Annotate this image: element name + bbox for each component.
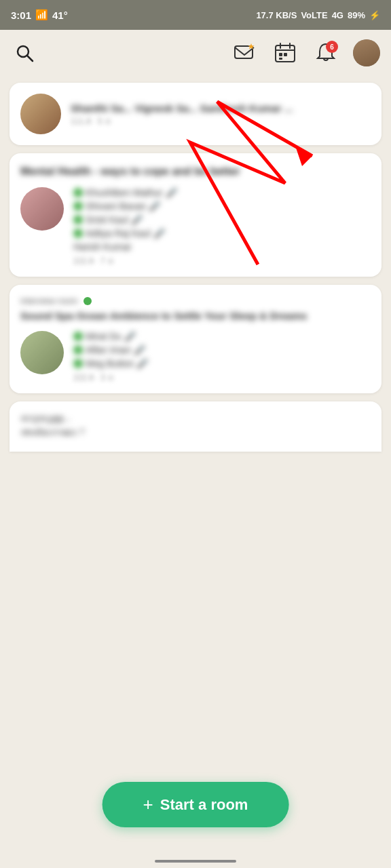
card-row: Shanthi Sa... Vignesk Sa... Santhosh Kum… <box>20 94 371 134</box>
start-room-button[interactable]: + Start a room <box>103 782 289 827</box>
status-left: 3:01 📶 41° <box>11 9 68 21</box>
profile-button[interactable] <box>353 39 380 66</box>
member-3: Sristi Kaul 🎤 <box>73 214 371 225</box>
card-interview-room[interactable]: interview room Sound Spa Ocean Ambience … <box>10 285 381 393</box>
network-display: 4G <box>332 10 343 20</box>
svg-line-1 <box>27 56 33 61</box>
card-group-chat[interactable]: Shanthi Sa... Vignesk Sa... Santhosh Kum… <box>10 83 381 145</box>
partial-line-1: ഓട്ടയുള്ള... <box>20 412 371 424</box>
mic-icon <box>73 188 83 197</box>
room-tag: interview room <box>20 296 78 306</box>
status-bar: 3:01 📶 41° 17.7 KB/S VoLTE 4G 89% ⚡ <box>0 0 391 30</box>
plus-icon: + <box>143 794 153 815</box>
svg-rect-9 <box>284 53 287 56</box>
calendar-button[interactable] <box>272 39 299 66</box>
room-meta: 222.8 · 3 ⊙ <box>73 373 371 382</box>
card-text: Shanthi Sa... Vignesk Sa... Santhosh Kum… <box>71 102 371 126</box>
time-display: 3:01 <box>11 9 31 21</box>
member-1: Khushiben Mathur 🎤 <box>73 187 371 198</box>
room-member-2: Alfan Iman 🎤 <box>73 344 371 355</box>
card-meta: 111.8 · 5 ⊙ <box>71 117 371 126</box>
mic-icon-r2 <box>73 345 83 355</box>
room-members: Mirat Du 🎤 Alfan Iman 🎤 Meg Button 🎤 222… <box>73 331 371 382</box>
home-indicator <box>155 860 236 863</box>
sim-icon: 📶 <box>35 9 48 21</box>
card-header: interview room <box>20 296 371 306</box>
room-avatar <box>20 331 64 374</box>
speaker-avatar <box>20 187 64 231</box>
member-2: Shivani Bavan 🎤 <box>73 201 371 212</box>
live-indicator <box>83 297 92 305</box>
member-4: Aditya Raj Kaul 🎤 <box>73 228 371 239</box>
temp-display: 41° <box>52 9 68 21</box>
charging-icon: ⚡ <box>369 10 380 20</box>
svg-rect-8 <box>279 53 282 56</box>
partial-line-2: അഭിമാനമോ ? <box>20 427 371 438</box>
status-right: 17.7 KB/S VoLTE 4G 89% ⚡ <box>256 10 380 20</box>
mic-icon-4 <box>73 229 83 238</box>
search-button[interactable] <box>11 39 38 66</box>
group-avatar <box>20 94 61 134</box>
svg-rect-10 <box>279 58 282 60</box>
mic-icon-3 <box>73 215 83 224</box>
speed-display: 17.7 KB/S <box>256 10 297 20</box>
card-mental-health[interactable]: Mental Health - ways to cope and be bett… <box>10 153 381 277</box>
new-chat-button[interactable] <box>231 39 258 66</box>
room-member-1: Mirat Du 🎤 <box>73 331 371 342</box>
room-title: Sound Spa Ocean Ambience to Settle Your … <box>20 309 371 323</box>
mic-icon-r3 <box>73 359 83 368</box>
room-body: Mirat Du 🎤 Alfan Iman 🎤 Meg Button 🎤 222… <box>20 331 371 382</box>
content-area: Shanthi Sa... Vignesk Sa... Santhosh Kum… <box>0 76 391 560</box>
room-member-3: Meg Button 🎤 <box>73 358 371 369</box>
partial-card[interactable]: ഓട്ടയുള്ള... അഭിമാനമോ ? <box>10 401 381 452</box>
card-body: Khushiben Mathur 🎤 Shivani Bavan 🎤 Srist… <box>20 187 371 266</box>
notification-count: 6 <box>326 41 338 53</box>
mic-icon-r1 <box>73 332 83 341</box>
volte-display: VoLTE <box>301 10 327 20</box>
mic-icon-2 <box>73 201 83 211</box>
battery-display: 89% <box>348 10 365 20</box>
start-room-label: Start a room <box>160 796 248 814</box>
notifications-button[interactable]: 6 <box>312 39 339 66</box>
nav-bar: 6 <box>0 30 391 76</box>
member-5: Harish Kumar <box>73 241 371 252</box>
card-meta-2: 222.8 · 7 ⊙ <box>73 256 371 266</box>
card-title: Shanthi Sa... Vignesk Sa... Santhosh Kum… <box>71 102 371 114</box>
card-topic-title: Mental Health - ways to cope and be bett… <box>20 164 371 179</box>
avatar <box>353 39 380 66</box>
members-list: Khushiben Mathur 🎤 Shivani Bavan 🎤 Srist… <box>73 187 371 266</box>
nav-icons: 6 <box>231 39 380 66</box>
